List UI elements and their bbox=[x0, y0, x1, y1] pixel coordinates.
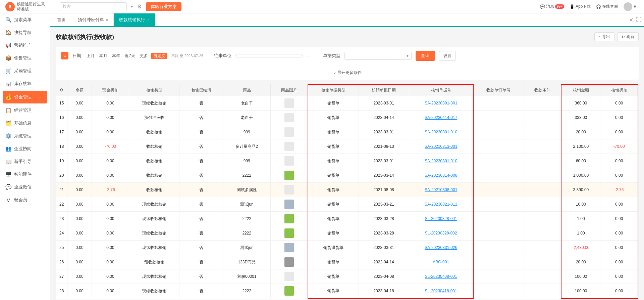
sidebar: 🔍搜索菜单 🏠快捷导航 📢营销推广 📦销售管理 🛒采购管理 📊库存核算 💰资金管… bbox=[0, 13, 50, 300]
user-avatar[interactable]: Rit bbox=[624, 2, 639, 11]
tab-controls: ✕ ⛶ bbox=[626, 13, 644, 26]
tab-receipt[interactable]: 收款核销执行 × bbox=[114, 13, 155, 26]
tab-home[interactable]: 首页 bbox=[50, 13, 72, 26]
cell-seq: 22 bbox=[56, 197, 67, 212]
sidebar-item-shortcut[interactable]: 🏠快捷导航 bbox=[0, 26, 50, 39]
cell-seq: 17 bbox=[56, 125, 67, 139]
date-custom[interactable]: 自定义 bbox=[151, 53, 167, 59]
export-icon: ↑ bbox=[599, 35, 601, 39]
sidebar-item-hardware[interactable]: 🖥️智能硬件 bbox=[0, 168, 50, 181]
cell-writeoff-type: 现续收款核销 bbox=[129, 269, 179, 284]
cell-receipt-order-no bbox=[473, 212, 524, 226]
cell-bill-no[interactable]: SA-20230414-017 bbox=[409, 111, 473, 125]
table-row: 17 0.00 0.00 收款核销 否 999 销货单 2023-03-01 S… bbox=[56, 125, 638, 139]
top-bar: 6 畅捷通谱好生意 标准版 搜索 ▾ ⚙ 体验行业方案 💬 消息 99+ 📱 A… bbox=[0, 0, 644, 13]
col-header-gear[interactable]: ⚙ bbox=[56, 84, 67, 96]
app-download-btn[interactable]: 📱 App下载 bbox=[570, 4, 591, 9]
cell-goods-img bbox=[270, 241, 308, 255]
cell-seq: 23 bbox=[56, 212, 67, 226]
date-this-year[interactable]: 本年 bbox=[111, 52, 121, 59]
cell-bill-type: 销货单 bbox=[308, 197, 359, 212]
tab-close-all-btn[interactable]: ✕ bbox=[629, 17, 633, 23]
cell-bill-no[interactable]: SA-20230301-010 bbox=[409, 154, 473, 168]
cell-bill-no[interactable]: SL-20230328-002 bbox=[409, 226, 473, 241]
cell-writeoff-discount: 0.00 bbox=[600, 154, 638, 168]
date-this-month[interactable]: 本月 bbox=[98, 52, 109, 59]
tab-prepay[interactable]: 预付冲应付单 × bbox=[72, 13, 114, 26]
date-last-month[interactable]: 上月 bbox=[85, 52, 96, 59]
sidebar-item-purchase[interactable]: 🛒采购管理 bbox=[0, 65, 50, 77]
sidebar-item-search[interactable]: 🔍搜索菜单 bbox=[0, 13, 50, 26]
cell-bill-no[interactable]: SA-20230301-010 bbox=[409, 125, 473, 139]
cell-bill-no[interactable]: SL-20230408-001 bbox=[409, 269, 473, 284]
export-btn[interactable]: ↑ 导出 bbox=[594, 32, 614, 41]
setting-btn[interactable]: 设置 bbox=[439, 51, 456, 61]
cell-bill-no[interactable]: SA-20210808-001 bbox=[409, 183, 473, 197]
sidebar-item-sales[interactable]: 📦销售管理 bbox=[0, 52, 50, 65]
partner-input[interactable] bbox=[235, 54, 303, 57]
date-label: 日期 bbox=[72, 53, 81, 59]
cell-goods: 衣服00001 bbox=[223, 269, 270, 284]
cell-bill-no[interactable]: SA-20210813-001 bbox=[409, 139, 473, 154]
megaphone-icon: 📢 bbox=[5, 42, 11, 48]
cell-bill-no[interactable]: SA-20230314-008 bbox=[409, 168, 473, 183]
tab-close-receipt[interactable]: × bbox=[147, 18, 149, 22]
query-btn[interactable]: 查询 bbox=[416, 51, 435, 61]
main-content: 首页 预付冲应付单 × 收款核销执行 × ✕ ⛶ 收款核销执行(按收款) ↑ bbox=[50, 13, 644, 300]
bill-type-select[interactable]: ▾ bbox=[344, 52, 412, 60]
cell-balance: 0.00 bbox=[67, 284, 92, 298]
dropdown-arrow[interactable]: ▾ bbox=[131, 4, 133, 9]
date-7days[interactable]: 近7天 bbox=[123, 52, 137, 59]
expand-conditions-row[interactable]: ∨ 展开更多条件 bbox=[61, 67, 633, 76]
cell-bill-no[interactable]: SA-20230321-012 bbox=[409, 197, 473, 212]
filter-expand-btn[interactable]: » bbox=[61, 52, 68, 59]
sidebar-item-wechat[interactable]: 💬企业微信 bbox=[0, 181, 50, 194]
cell-seq: 25 bbox=[56, 241, 67, 255]
sidebar-item-inventory[interactable]: 📊库存核算 bbox=[0, 77, 50, 90]
cell-bill-date: 2023-03-14 bbox=[359, 168, 409, 183]
cell-include-settled: 否 bbox=[179, 154, 223, 168]
sidebar-item-member[interactable]: V畅会员 bbox=[0, 194, 50, 206]
sidebar-item-operation[interactable]: 📋经营管理 bbox=[0, 104, 50, 117]
sidebar-item-basic[interactable]: 🗂️基础信息 bbox=[0, 117, 50, 130]
industry-solution-btn[interactable]: 体验行业方案 bbox=[146, 2, 181, 11]
cell-writeoff-amount: 10.00 bbox=[561, 197, 600, 212]
cell-balance: 0.00 bbox=[67, 183, 92, 197]
table-row: 24 0.00 0.00 现续收款核销 否 2222 销货单 2023-03-2… bbox=[56, 226, 638, 241]
cell-bill-no[interactable]: SA-20230301-001 bbox=[409, 96, 473, 111]
cell-writeoff-discount: -70.00 bbox=[600, 139, 638, 154]
cell-bill-no[interactable]: SL-20230328-001 bbox=[409, 212, 473, 226]
sidebar-item-system[interactable]: ⚙️系统管理 bbox=[0, 130, 50, 142]
sidebar-item-marketing[interactable]: 📢营销推广 bbox=[0, 39, 50, 52]
cell-goods: 测试jun bbox=[223, 241, 270, 255]
package-icon: 📦 bbox=[5, 55, 11, 61]
col-header-writeoff-amount: 核销金额 bbox=[561, 84, 600, 96]
top-actions: 💬 消息 99+ 📱 App下载 🎧 在线客服 Rit bbox=[540, 2, 639, 11]
sidebar-item-guide[interactable]: 📖新手引导 bbox=[0, 155, 50, 168]
cell-writeoff-amount: 20.00 bbox=[561, 255, 600, 269]
cell-bill-no[interactable]: SA-20230331-026 bbox=[409, 241, 473, 255]
sidebar-item-collab[interactable]: 👥企业协同 bbox=[0, 142, 50, 155]
cell-receipt-condition bbox=[524, 284, 561, 298]
cell-bill-no[interactable]: ABC-001 bbox=[409, 255, 473, 269]
tab-fullscreen-btn[interactable]: ⛶ bbox=[636, 17, 641, 23]
cell-writeoff-discount: 0.00 bbox=[600, 212, 638, 226]
cell-writeoff-type: 收款核销 bbox=[129, 154, 179, 168]
global-search[interactable]: 搜索 bbox=[60, 2, 127, 11]
cell-receipt-condition bbox=[524, 212, 561, 226]
cell-bill-no[interactable]: SL-20230418-001 bbox=[409, 284, 473, 298]
sidebar-item-finance[interactable]: 💰资金管理 bbox=[3, 91, 47, 103]
table-footer: 核销金额合计: 40,556,66... 核销折扣合计: 952.24 bbox=[56, 299, 638, 300]
cell-goods: 测试jun bbox=[223, 197, 270, 212]
cell-include-settled: 否 bbox=[179, 241, 223, 255]
gear-settings-icon[interactable]: ⚙ bbox=[137, 3, 142, 10]
refresh-btn[interactable]: ↻ 刷新 bbox=[617, 32, 639, 41]
online-service-btn[interactable]: 🎧 在线客服 bbox=[596, 4, 618, 9]
cell-receipt-condition bbox=[524, 197, 561, 212]
tab-close-prepay[interactable]: × bbox=[106, 18, 108, 22]
cell-balance: 0.00 bbox=[67, 139, 92, 154]
message-btn[interactable]: 💬 消息 99+ bbox=[540, 4, 564, 9]
date-more[interactable]: 更多 bbox=[139, 52, 149, 59]
cell-writeoff-amount: 1.00 bbox=[561, 212, 600, 226]
cell-receipt-order-no bbox=[473, 226, 524, 241]
